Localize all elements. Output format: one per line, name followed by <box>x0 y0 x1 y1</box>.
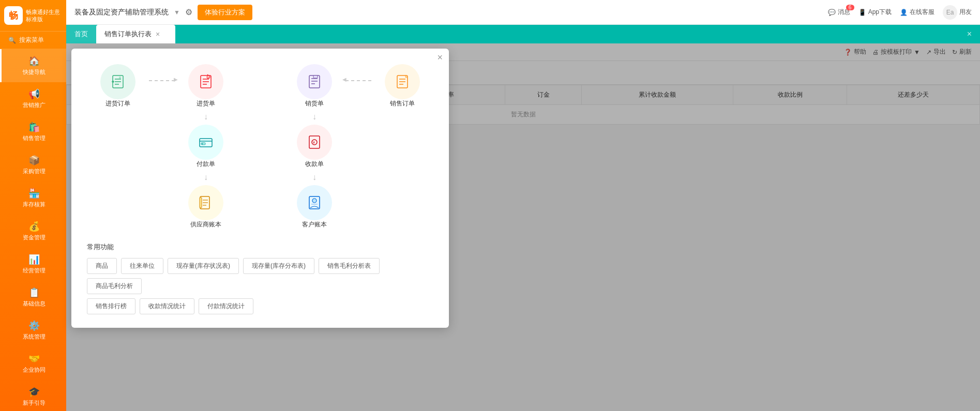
purchase-icon: 📦 <box>28 155 40 166</box>
sales-order-icon <box>385 64 420 99</box>
func-btn-stock-status[interactable]: 现存量(库存状况表) <box>168 258 239 274</box>
download-icon: 📱 <box>858 9 866 16</box>
sales-icon: 🛍️ <box>28 121 40 133</box>
header-left: 装备及固定资产辅助管理系统 ▼ ⚙ 体验行业方案 <box>74 5 252 20</box>
func-btn-stock-dist[interactable]: 现存量(库存分布表) <box>243 258 314 274</box>
svg-rect-27 <box>200 197 202 208</box>
func-btn-payment-stats[interactable]: 付款情况统计 <box>199 298 253 314</box>
purchase-order-icon <box>100 64 135 99</box>
tab-close-icon[interactable]: × <box>156 30 160 38</box>
search-icon: 🔍 <box>8 37 16 44</box>
app-download-action[interactable]: 📱 App下载 <box>858 8 892 17</box>
inventory-icon: 🏪 <box>28 188 40 199</box>
func-btn-counterparty[interactable]: 往来单位 <box>121 258 163 274</box>
search-menu[interactable]: 🔍 搜索菜单 <box>0 32 66 49</box>
func-btn-sales-margin[interactable]: 销售毛利分析表 <box>319 258 380 274</box>
func-btn-receipt-stats[interactable]: 收款情况统计 <box>140 298 194 314</box>
experience-button[interactable]: 体验行业方案 <box>198 5 252 20</box>
svg-text:✓: ✓ <box>207 76 210 79</box>
payment-icon: ¥ <box>188 125 223 160</box>
sidebar-item-system[interactable]: ⚙️ 系统管理 <box>0 314 66 347</box>
finance-icon: 💰 <box>28 221 40 232</box>
common-functions: 常用功能 商品 往来单位 现存量(库存状况表) 现存量(库存分布表) 销售毛利分… <box>71 242 449 328</box>
sidebar-item-finance[interactable]: 💰 资金管理 <box>0 215 66 248</box>
flow-diagram: 进货订单 ▶ <box>71 49 449 242</box>
settings-icon[interactable]: ⚙ <box>185 7 192 17</box>
sidebar-item-quick[interactable]: 🏠 快捷导航 <box>0 49 66 82</box>
enterprise-icon: 🤝 <box>28 353 40 364</box>
modal-close-button[interactable]: × <box>437 53 443 62</box>
tabbar: 首页 销售订单执行表 × × <box>66 25 980 43</box>
sidebar-item-marketing[interactable]: 📢 营销推广 <box>0 82 66 115</box>
flow-item-purchase-order[interactable]: 进货订单 <box>87 64 149 108</box>
svg-text:¥: ¥ <box>202 142 203 145</box>
message-icon: 💬 <box>828 9 836 16</box>
system-icon: ⚙️ <box>28 320 40 331</box>
flow-item-customer-ledger[interactable]: 客户账本 <box>283 185 345 229</box>
svg-point-32 <box>312 199 316 203</box>
flow-item-receipt[interactable]: ¥ 收款单 <box>283 125 345 169</box>
guide-icon: 🎓 <box>28 386 40 398</box>
tabbar-close-icon[interactable]: × <box>967 29 972 39</box>
flow-item-supplier-ledger[interactable]: 供应商账本 <box>175 185 237 229</box>
flow-item-purchase-receipt[interactable]: ✓ 进货单 <box>175 64 237 108</box>
logo-icon: 畅 <box>4 6 23 25</box>
header-right: 💬 消息 6 📱 App下载 👤 在线客服 Ea 用友 <box>828 5 972 20</box>
func-btn-product[interactable]: 商品 <box>87 258 117 274</box>
supplier-ledger-icon <box>188 185 223 220</box>
flow-item-sales-bill[interactable]: 销货单 <box>283 64 345 108</box>
message-action[interactable]: 💬 消息 6 <box>828 8 850 17</box>
purchase-receipt-icon: ✓ <box>188 64 223 99</box>
sidebar-item-inventory[interactable]: 🏪 库存核算 <box>0 181 66 215</box>
svg-text:¥: ¥ <box>313 141 315 144</box>
service-icon: 👤 <box>900 9 908 16</box>
sidebar-logo: 畅 畅康通好生意 标准版 <box>0 0 66 32</box>
func-btn-product-margin[interactable]: 商品毛利分析 <box>87 278 142 294</box>
receipt-icon: ¥ <box>297 125 332 160</box>
tab-home[interactable]: 首页 <box>66 25 96 43</box>
system-title: 装备及固定资产辅助管理系统 <box>74 8 169 17</box>
quick-icon: 🏠 <box>28 55 40 67</box>
sidebar-item-management[interactable]: 📊 经营管理 <box>0 248 66 281</box>
basic-icon: 📋 <box>28 287 40 298</box>
flow-modal: × <box>71 49 449 328</box>
management-icon: 📊 <box>28 254 40 265</box>
avatar: Ea <box>943 5 957 20</box>
tab-sales-order[interactable]: 销售订单执行表 × <box>96 25 175 43</box>
logo-text: 畅康通好生意 标准版 <box>26 8 60 23</box>
modal-overlay[interactable]: × <box>66 43 980 411</box>
dropdown-icon[interactable]: ▼ <box>174 9 180 16</box>
sidebar-item-purchase[interactable]: 📦 采购管理 <box>0 148 66 181</box>
sidebar-item-guide[interactable]: 🎓 新手引导 <box>0 380 66 411</box>
sales-bill-icon <box>297 64 332 99</box>
sidebar-nav: 🏠 快捷导航 📢 营销推广 🛍️ 销售管理 📦 采购管理 🏪 库存核算 💰 资金… <box>0 49 66 411</box>
svg-rect-14 <box>313 75 318 78</box>
user-action[interactable]: Ea 用友 <box>943 5 972 20</box>
func-buttons-row2: 销售排行榜 收款情况统计 付款情况统计 <box>87 298 433 314</box>
sidebar-item-basic[interactable]: 📋 基础信息 <box>0 281 66 314</box>
flow-item-sales-order[interactable]: 销售订单 <box>371 64 433 108</box>
func-title: 常用功能 <box>87 242 433 252</box>
func-btn-sales-rank[interactable]: 销售排行榜 <box>87 298 135 314</box>
header: 装备及固定资产辅助管理系统 ▼ ⚙ 体验行业方案 💬 消息 6 📱 App下载 … <box>66 0 980 25</box>
flow-item-payment[interactable]: ¥ 付款单 <box>175 125 237 169</box>
customer-ledger-icon <box>297 185 332 220</box>
sidebar-item-sales[interactable]: 🛍️ 销售管理 <box>0 115 66 148</box>
func-buttons-row1: 商品 往来单位 现存量(库存状况表) 现存量(库存分布表) 销售毛利分析表 商品… <box>87 258 433 294</box>
sidebar: 畅 畅康通好生意 标准版 🔍 搜索菜单 🏠 快捷导航 📢 营销推广 🛍️ 销售管… <box>0 0 66 411</box>
message-badge: 6 <box>846 5 854 10</box>
online-service-action[interactable]: 👤 在线客服 <box>900 8 934 17</box>
sidebar-item-enterprise[interactable]: 🤝 企业协同 <box>0 347 66 380</box>
marketing-icon: 📢 <box>28 88 40 100</box>
